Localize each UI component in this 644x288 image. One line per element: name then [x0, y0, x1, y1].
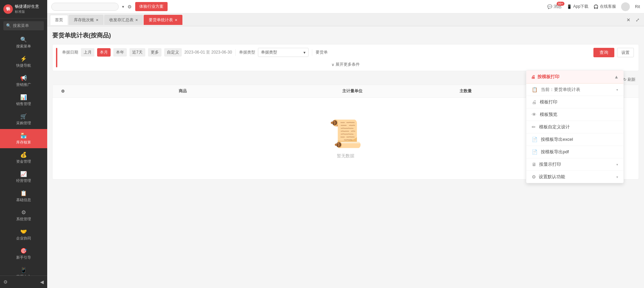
sidebar-item-quick-nav[interactable]: ⚡ 快捷导航	[0, 52, 47, 71]
expand-more-button[interactable]: ∨ 展开更多条件	[331, 62, 360, 67]
sidebar-item-purchase[interactable]: 🛒 采购管理	[0, 110, 47, 129]
print-title-icon: 🖨	[531, 74, 535, 79]
nav-label-sales: 销售管理	[16, 101, 31, 106]
sidebar-item-finance[interactable]: 💰 资金管理	[0, 148, 47, 167]
search-menu-button[interactable]: 🔍 搜索菜单	[3, 21, 44, 30]
current-year-btn[interactable]: 本年	[113, 48, 127, 57]
sidebar-item-marketing[interactable]: 📢 营销推广	[0, 71, 47, 91]
nav-icon-finance: 💰	[20, 152, 27, 158]
type-filter-select[interactable]: 单据类型 ▾	[258, 48, 309, 57]
7days-btn[interactable]: 近7天	[129, 48, 145, 57]
collapse-icon-button[interactable]: ◀	[40, 279, 44, 285]
dropdown-chevron-icon: ▾	[122, 4, 124, 9]
template-custom-item[interactable]: ✏ 模板自定义设计	[526, 121, 623, 133]
topbar-dropdown[interactable]: ▾	[122, 4, 124, 9]
filter-accent	[56, 48, 57, 67]
template-print-item[interactable]: 🖨 模板打印	[526, 96, 623, 108]
filter-actions: 查询 设置	[593, 48, 634, 57]
message-badge: 99+	[557, 2, 564, 6]
sidebar-item-appstore[interactable]: 📱 应用中心	[0, 263, 47, 276]
set-default-section[interactable]: ⚙ 设置默认功能 ▾	[526, 171, 623, 183]
expand-row: ∨ 展开更多条件	[57, 62, 634, 67]
main-area: ▾ ⚙ 体验行业方案 💬 消息 99+ 📱 App下载 🎧 在线客服 Rit 首…	[47, 0, 644, 288]
print-dropdown-close-button[interactable]: ▲	[614, 74, 619, 79]
nav-icon-marketing: 📢	[20, 75, 27, 81]
display-print-section[interactable]: 🖥 按显示打印 ▾	[526, 158, 623, 171]
refresh-button[interactable]: ↻ 刷新	[623, 77, 636, 83]
avatar[interactable]	[621, 2, 630, 11]
sidebar-item-basics[interactable]: 📋 基础信息	[0, 187, 47, 206]
filter-bar: 单据日期 上月 本月 本年 近7天 更多 自定义 2023-06-01 至 20…	[52, 44, 639, 71]
tab-close-inventory-batch[interactable]: ✕	[96, 18, 98, 22]
template-preview-icon: 👁	[532, 112, 536, 117]
online-service-label: 在线客服	[600, 4, 616, 9]
nav-label-guide: 新手引导	[16, 255, 31, 260]
sidebar-item-guide[interactable]: 🎯 新手引导	[0, 244, 47, 263]
maximize-tab-button[interactable]: ⤢	[634, 17, 641, 23]
tab-inventory-batch[interactable]: 库存批次账✕	[69, 15, 104, 25]
expand-icon: ∨	[331, 62, 334, 67]
nav-icon-system: ⚙	[21, 209, 26, 216]
page-title: 要货单统计表(按商品)	[52, 31, 639, 39]
sidebar-item-search[interactable]: 🔍 搜索菜单	[0, 33, 47, 52]
logo-title: 畅捷通好生意	[15, 4, 39, 9]
settings-icon-button[interactable]: ⚙	[3, 279, 8, 285]
goods-filter-label: 要货单	[316, 50, 328, 55]
print-dropdown-title: 🖨 按模板打印	[531, 74, 559, 80]
date-filter-label: 单据日期	[62, 50, 78, 55]
goods-filter-section: 要货单	[316, 50, 328, 55]
logo-subtitle: 标准版	[15, 9, 39, 14]
sidebar-logo: 畅 畅捷通好生意 标准版	[0, 0, 47, 19]
message-button[interactable]: 💬 消息 99+	[547, 4, 562, 9]
query-button[interactable]: 查询	[593, 48, 614, 57]
tab-close-receivable-summary[interactable]: ✕	[135, 18, 138, 22]
tab-close-order-stats[interactable]: ✕	[175, 18, 177, 22]
sidebar-item-sales[interactable]: 📊 销售管理	[0, 91, 47, 110]
display-print-icon: 🖥	[532, 162, 536, 167]
template-pdf-item[interactable]: 📄 按模板导出pdf	[526, 146, 623, 158]
sidebar-bottom: ⚙ ◀	[0, 276, 47, 288]
current-month-btn[interactable]: 本月	[97, 48, 111, 57]
sidebar: 畅 畅捷通好生意 标准版 🔍 搜索菜单 🔍 搜索菜单 ⚡ 快捷导航 📢 营销推广…	[0, 0, 47, 288]
template-preview-item[interactable]: 👁 模板预览	[526, 108, 623, 121]
online-service-button[interactable]: 🎧 在线客服	[593, 4, 616, 9]
product-column-header: 商品	[69, 88, 296, 94]
tabbar: 首页库存批次账✕收发存汇总表✕要货单统计表✕ ✕ ⤢	[47, 13, 644, 26]
prev-month-btn[interactable]: 上月	[81, 48, 94, 57]
filter-settings-button[interactable]: 设置	[617, 48, 634, 57]
sidebar-item-collab[interactable]: 🤝 企业协同	[0, 225, 47, 244]
search-icon: 🔍	[6, 23, 11, 28]
app-download-button[interactable]: 📱 App下载	[567, 4, 588, 9]
tab-order-stats[interactable]: 要货单统计表✕	[144, 15, 182, 25]
sidebar-nav: 🔍 搜索菜单 ⚡ 快捷导航 📢 营销推广 📊 销售管理 🛒 采购管理 🏪 库存核…	[0, 33, 47, 276]
sidebar-item-inventory[interactable]: 🏪 库存核算	[0, 129, 47, 148]
topbar-gear-icon[interactable]: ⚙	[127, 4, 132, 9]
nav-icon-appstore: 📱	[20, 267, 27, 273]
tab-receivable-summary[interactable]: 收发存汇总表✕	[104, 15, 143, 25]
nav-icon-search: 🔍	[20, 36, 27, 43]
custom-date-btn[interactable]: 自定义	[164, 48, 182, 57]
nav-icon-basics: 📋	[20, 190, 27, 196]
nav-label-operations: 经营管理	[16, 178, 31, 183]
search-menu-label: 搜索菜单	[13, 23, 29, 29]
set-default-label: 设置默认功能	[539, 174, 565, 180]
topbar-search-input[interactable]	[51, 3, 119, 11]
sidebar-item-system[interactable]: ⚙ 系统管理	[0, 206, 47, 225]
empty-icon: 📜	[329, 118, 362, 150]
trial-btn[interactable]: 体验行业方案	[135, 2, 168, 11]
nav-label-basics: 基础信息	[16, 197, 31, 202]
gear-column-header[interactable]: ⚙	[56, 89, 69, 94]
current-template-item[interactable]: 📋 当前：要货单统计表 ▾	[526, 84, 623, 96]
display-print-label: 按显示打印	[539, 161, 561, 167]
more-date-btn[interactable]: 更多	[148, 48, 162, 57]
template-pdf-icon: 📄	[532, 149, 537, 155]
nav-icon-purchase: 🛒	[20, 113, 27, 120]
close-tab-button[interactable]: ✕	[625, 17, 632, 23]
current-template-label: 当前：要货单统计表	[541, 87, 580, 93]
template-excel-item[interactable]: 📄 按模板导出excel	[526, 133, 623, 146]
sidebar-item-operations[interactable]: 📈 经营管理	[0, 167, 47, 187]
nav-label-search: 搜索菜单	[16, 44, 31, 49]
username-label: Rit	[635, 4, 640, 9]
tab-home[interactable]: 首页	[50, 15, 68, 25]
current-template-icon: 📋	[532, 87, 537, 92]
